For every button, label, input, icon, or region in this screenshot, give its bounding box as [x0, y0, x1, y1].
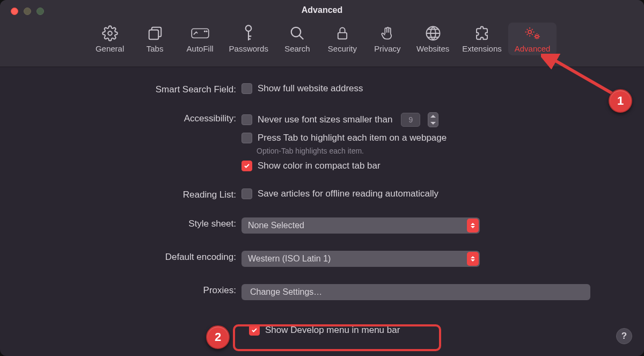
tab-label: AutoFill	[187, 44, 214, 53]
advanced-pane: Smart Search Field: Show full website ad…	[0, 67, 644, 339]
tab-security[interactable]: Security	[320, 23, 365, 55]
min-font-checkbox[interactable]	[241, 114, 252, 125]
window-title: Advanced	[0, 5, 644, 15]
autofill-icon	[191, 24, 209, 43]
offline-reading-label: Save articles for offline reading automa…	[258, 188, 438, 199]
svg-rect-1	[149, 30, 158, 40]
change-proxy-settings-button[interactable]: Change Settings…	[241, 284, 590, 300]
help-button[interactable]: ?	[616, 328, 632, 344]
search-icon	[289, 24, 305, 43]
style-sheet-value: None Selected	[248, 221, 304, 230]
tab-general[interactable]: General	[87, 23, 133, 55]
tab-highlight-label: Press Tab to highlight each item on a we…	[258, 133, 447, 143]
proxies-label: Proxies:	[0, 284, 241, 296]
chevron-up-down-icon	[467, 219, 479, 233]
tab-advanced[interactable]: Advanced	[508, 23, 557, 55]
svg-point-6	[291, 27, 301, 37]
preferences-toolbar: General Tabs AutoFill Passwords Search	[0, 20, 644, 67]
compact-color-label: Show color in compact tab bar	[258, 161, 380, 171]
style-sheet-select[interactable]: None Selected	[241, 217, 480, 234]
tab-label: Privacy	[374, 44, 400, 53]
tab-label: Search	[284, 44, 310, 53]
compact-color-checkbox[interactable]	[241, 161, 252, 171]
tab-label: Advanced	[515, 44, 551, 53]
show-full-url-label: Show full website address	[258, 83, 363, 94]
smart-search-label: Smart Search Field:	[0, 83, 241, 95]
tab-label: Extensions	[462, 44, 501, 53]
svg-point-10	[536, 35, 538, 38]
svg-rect-2	[192, 29, 209, 38]
tab-label: General	[96, 44, 124, 53]
reading-list-label: Reading List:	[0, 188, 241, 200]
style-sheet-label: Style sheet:	[0, 217, 241, 229]
tab-extensions[interactable]: Extensions	[456, 23, 508, 55]
svg-point-9	[528, 31, 531, 34]
min-font-value[interactable]: 9	[401, 113, 420, 127]
min-font-stepper[interactable]	[428, 112, 438, 127]
tab-autofill[interactable]: AutoFill	[178, 23, 223, 55]
callout-badge-2: 2	[206, 325, 230, 349]
default-encoding-select[interactable]: Western (ISO Latin 1)	[241, 251, 480, 267]
tabs-icon	[147, 24, 163, 43]
tab-label: Websites	[416, 44, 449, 53]
svg-point-0	[108, 31, 112, 35]
default-encoding-value: Western (ISO Latin 1)	[248, 254, 331, 264]
develop-menu-label: Show Develop menu in menu bar	[265, 325, 400, 336]
tab-highlight-checkbox[interactable]	[241, 133, 252, 143]
chevron-up-down-icon	[467, 252, 479, 266]
preferences-window: Advanced General Tabs AutoFill Pass	[0, 0, 644, 356]
tab-label: Tabs	[147, 44, 164, 53]
globe-icon	[425, 24, 441, 43]
accessibility-label: Accessibility:	[0, 112, 241, 124]
offline-reading-checkbox[interactable]	[241, 188, 252, 199]
tab-highlight-help: Option-Tab highlights each item.	[257, 147, 590, 155]
svg-point-5	[246, 25, 252, 31]
min-font-label: Never use font sizes smaller than	[258, 114, 392, 125]
tab-websites[interactable]: Websites	[410, 23, 456, 55]
puzzle-icon	[474, 24, 490, 43]
tab-label: Security	[328, 44, 357, 53]
titlebar: Advanced	[0, 0, 644, 20]
show-full-url-checkbox[interactable]	[241, 83, 252, 94]
gears-icon	[523, 24, 541, 43]
tab-search[interactable]: Search	[275, 23, 320, 55]
develop-menu-checkbox[interactable]	[249, 325, 260, 336]
lock-icon	[335, 24, 350, 43]
hand-icon	[380, 24, 395, 43]
svg-point-3	[204, 31, 205, 32]
default-encoding-label: Default encoding:	[0, 251, 241, 263]
tab-passwords[interactable]: Passwords	[223, 23, 275, 55]
key-icon	[241, 24, 255, 43]
callout-badge-1: 1	[609, 89, 632, 113]
tab-label: Passwords	[229, 44, 268, 53]
svg-rect-7	[338, 33, 347, 39]
tab-tabs[interactable]: Tabs	[133, 23, 178, 55]
tab-privacy[interactable]: Privacy	[365, 23, 410, 55]
svg-point-4	[206, 31, 207, 32]
gear-icon	[102, 24, 118, 43]
